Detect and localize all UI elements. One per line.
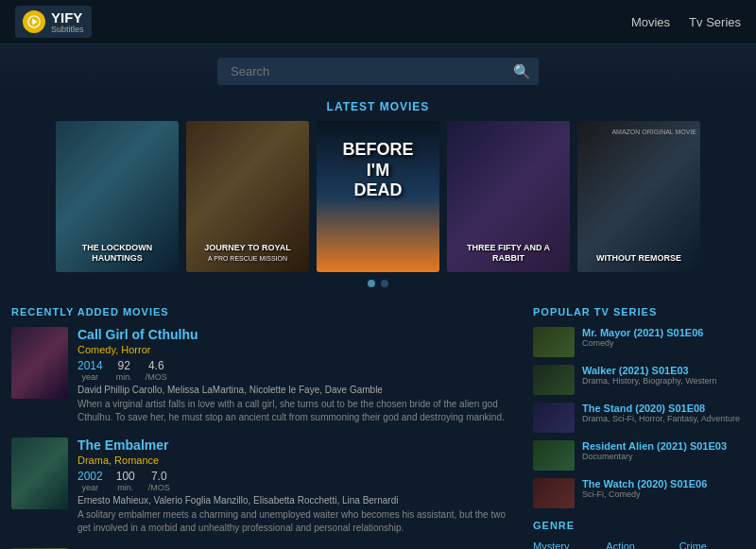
main-content: RECENTLY ADDED MOVIES Call Girl of Cthul…: [0, 297, 756, 549]
genre-action[interactable]: Action: [606, 540, 671, 549]
amazon-label: AMAZON ORIGINAL MOVIE: [611, 129, 696, 135]
latest-title: LATEST MOVIES: [0, 100, 756, 113]
poster-label-before: BEFOREI'MDEAD: [317, 140, 439, 201]
latest-section: LATEST MOVIES THE LOCKDOWNHAUNTINGS JOUR…: [0, 94, 756, 297]
movie-title-embalmer[interactable]: The Embalmer: [77, 437, 518, 453]
tv-info-watch: The Watch (2020) S01E06 Sci-Fi, Comedy: [582, 478, 745, 499]
search-section: 🔍: [0, 44, 756, 94]
movie-item-cthulhu: Call Girl of Cthulhu Comedy, Horror 2014…: [11, 327, 518, 424]
tv-genre-mayor: Comedy: [582, 338, 745, 348]
carousel-poster-journey[interactable]: JOURNEY TO ROYALA PRO RESCUE MISSION: [186, 121, 309, 272]
carousel-dot-1[interactable]: [368, 280, 375, 287]
tv-info-stand: The Stand (2020) S01E08 Drama, Sci-Fi, H…: [582, 403, 745, 423]
navbar: YIFY Subtitles Movies Tv Series: [0, 0, 756, 44]
tv-title-mayor[interactable]: Mr. Mayor (2021) S01E06: [582, 327, 745, 338]
movie-desc-embalmer: A solitary embalmer meets a charming and…: [77, 508, 518, 535]
carousel-dot-2[interactable]: [381, 280, 388, 287]
movie-item-embalmer: The Embalmer Drama, Romance 2002 year 10…: [11, 437, 518, 535]
tv-item-stand: The Stand (2020) S01E08 Drama, Sci-Fi, H…: [533, 403, 745, 433]
tv-genre-alien: Documentary: [582, 452, 745, 461]
poster-label-without: WITHOUT REMORSE: [577, 253, 700, 265]
genre-crime[interactable]: Crime: [679, 540, 745, 549]
nav-links: Movies Tv Series: [631, 15, 741, 29]
tv-genre-stand: Drama, Sci-Fi, Horror, Fantasy, Adventur…: [582, 414, 745, 423]
movie-carousel: THE LOCKDOWNHAUNTINGS JOURNEY TO ROYALA …: [0, 121, 756, 272]
carousel-poster-lockdown[interactable]: THE LOCKDOWNHAUNTINGS: [56, 121, 179, 272]
tv-title-alien[interactable]: Resident Alien (2021) S01E03: [582, 440, 745, 452]
carousel-dots: [0, 280, 756, 287]
tv-genre-walker: Drama, History, Biography, Western: [582, 376, 745, 386]
search-input[interactable]: [217, 58, 539, 85]
poster-label-three: THREE FIFTY AND A RABBIT: [447, 243, 570, 265]
movie-meta-embalmer: 2002 year 100 min. 7.0 /MOS: [77, 470, 518, 492]
tv-item-walker: Walker (2021) S01E03 Drama, History, Bio…: [533, 365, 745, 395]
tv-item-alien: Resident Alien (2021) S01E03 Documentary: [533, 440, 745, 471]
logo-yify: YIFY: [51, 9, 82, 26]
meta-year-cthulhu: 2014 year: [77, 359, 103, 382]
movie-meta-cthulhu: 2014 year 92 min. 4.6 /MOS: [77, 359, 518, 382]
tv-genre-watch: Sci-Fi, Comedy: [582, 489, 745, 499]
movie-cast-embalmer: Ernesto Mahieux, Valerio Foglia Manzillo…: [77, 495, 518, 506]
poster-label-lockdown: THE LOCKDOWNHAUNTINGS: [56, 243, 179, 265]
meta-mins-embalmer: 100 min.: [116, 470, 135, 492]
nav-movies[interactable]: Movies: [631, 15, 670, 29]
tv-info-alien: Resident Alien (2021) S01E03 Documentary: [582, 440, 745, 461]
tv-thumb-watch[interactable]: [533, 478, 575, 508]
nav-tv-series[interactable]: Tv Series: [689, 15, 741, 29]
recently-added-section: RECENTLY ADDED MOVIES Call Girl of Cthul…: [11, 306, 518, 549]
tv-item-watch: The Watch (2020) S01E06 Sci-Fi, Comedy: [533, 478, 745, 508]
movie-cast-cthulhu: David Phillip Carollo, Melissa LaMartina…: [77, 385, 518, 395]
recently-added-title: RECENTLY ADDED MOVIES: [11, 306, 518, 317]
tv-title-walker[interactable]: Walker (2021) S01E03: [582, 365, 745, 376]
genre-title: GENRE: [533, 520, 745, 531]
logo: YIFY Subtitles: [15, 6, 92, 38]
tv-info-mayor: Mr. Mayor (2021) S01E06 Comedy: [582, 327, 745, 348]
meta-mins-cthulhu: 92 min.: [116, 359, 132, 382]
tv-info-walker: Walker (2021) S01E03 Drama, History, Bio…: [582, 365, 745, 386]
tv-thumb-alien[interactable]: [533, 440, 575, 471]
movie-desc-cthulhu: When a virginal artist falls in love wit…: [77, 398, 518, 424]
tv-title-watch[interactable]: The Watch (2020) S01E06: [582, 478, 745, 489]
movie-genre-embalmer: Drama, Romance: [77, 455, 518, 466]
movie-thumb-embalmer[interactable]: [11, 437, 68, 509]
movie-title-cthulhu[interactable]: Call Girl of Cthulhu: [77, 327, 518, 342]
logo-text-block: YIFY Subtitles: [51, 9, 84, 34]
genre-mystery[interactable]: Mystery: [533, 540, 598, 549]
carousel-poster-without[interactable]: AMAZON ORIGINAL MOVIE WITHOUT REMORSE: [577, 121, 700, 272]
svg-marker-1: [32, 19, 37, 26]
tv-item-mayor: Mr. Mayor (2021) S01E06 Comedy: [533, 327, 745, 357]
logo-subtitle: Subtitles: [51, 26, 84, 34]
meta-year-embalmer: 2002 year: [77, 470, 103, 492]
carousel-poster-three[interactable]: THREE FIFTY AND A RABBIT: [447, 121, 570, 272]
genre-grid: Mystery Action Crime Drama Mystery Thril…: [533, 540, 745, 549]
poster-label-journey: JOURNEY TO ROYALA PRO RESCUE MISSION: [186, 243, 309, 265]
tv-thumb-walker[interactable]: [533, 365, 575, 395]
tv-thumb-stand[interactable]: [533, 403, 575, 433]
meta-rating-cthulhu: 4.6 /MOS: [146, 359, 167, 382]
right-section: POPULAR TV SERIES Mr. Mayor (2021) S01E0…: [518, 306, 745, 549]
tv-title-stand[interactable]: The Stand (2020) S01E08: [582, 403, 745, 414]
logo-icon: [23, 10, 45, 33]
movie-genre-cthulhu: Comedy, Horror: [77, 344, 518, 355]
genre-section: GENRE Mystery Action Crime Drama Mystery…: [533, 520, 745, 549]
popular-tv-title: POPULAR TV SERIES: [533, 306, 745, 317]
tv-thumb-mayor[interactable]: [533, 327, 575, 357]
meta-rating-embalmer: 7.0 /MOS: [148, 470, 170, 492]
search-wrapper: 🔍: [217, 58, 539, 85]
search-button[interactable]: 🔍: [513, 63, 531, 80]
movie-thumb-cthulhu[interactable]: [11, 327, 68, 399]
carousel-poster-before[interactable]: BEFOREI'MDEAD: [317, 121, 439, 272]
movie-info-embalmer: The Embalmer Drama, Romance 2002 year 10…: [77, 437, 518, 535]
movie-info-cthulhu: Call Girl of Cthulhu Comedy, Horror 2014…: [77, 327, 518, 424]
